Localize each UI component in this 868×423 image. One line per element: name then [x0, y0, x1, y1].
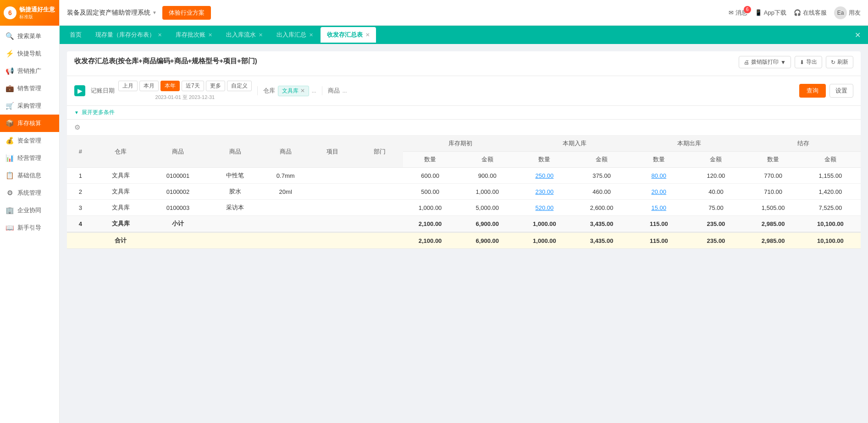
tab-recv-send-summary[interactable]: 收发存汇总表✕ — [321, 27, 376, 43]
print-btn[interactable]: 🖨 拨销版打印 ▼ — [739, 56, 791, 68]
link-val[interactable]: 20.00 — [652, 188, 667, 195]
query-btn[interactable]: 查询 — [799, 84, 826, 98]
date-btn-本年[interactable]: 本年 — [160, 81, 180, 91]
expand-more-row[interactable]: ▼ 展开更多条件 — [67, 106, 861, 120]
cell-code: 0100003 — [148, 200, 208, 216]
cell-project — [309, 216, 356, 232]
cell-in-qty: 1,000.00 — [518, 216, 571, 232]
sidebar-nav: 🔍 搜索菜单 ⚡ 快捷导航 📢 营销推广 💼 销售管理 🛒 采购管理 📦 库存核… — [0, 26, 59, 423]
cell-out-amt: 235.00 — [686, 216, 746, 232]
table-gear-btn[interactable]: ⚙ — [74, 123, 80, 132]
footer-row: 合计 2,100.00 6,900.00 1,000.00 3,435.00 1… — [67, 232, 861, 249]
link-val[interactable]: 80.00 — [652, 172, 667, 179]
expand-arrow: ▼ — [74, 110, 79, 115]
filter-bar: ▶ 记账日期 上月本月本年近7天更多自定义 2023-01-01 至 2023-… — [67, 76, 861, 106]
tab-label-inout-flow: 出入库流水 — [226, 31, 256, 39]
tab-label-recv-send-summary: 收发存汇总表 — [327, 31, 363, 39]
date-btn-近7天[interactable]: 近7天 — [182, 81, 204, 91]
cell-in-qty[interactable]: 250.00 — [518, 168, 571, 184]
sidebar-item-search[interactable]: 🔍 搜索菜单 — [0, 27, 59, 45]
cell-bal-amt: 1,420.00 — [800, 184, 861, 200]
footer-label: 合计 — [94, 232, 148, 249]
tab-label-home: 首页 — [70, 31, 82, 39]
warehouse-tag[interactable]: 文具库 ✕ — [278, 86, 309, 96]
online-service-btn[interactable]: 🎧 在线客服 — [794, 9, 827, 17]
sidebar-item-label-finance: 资金管理 — [17, 137, 41, 145]
enterprise-icon: 🏢 — [6, 206, 14, 214]
footer-start-amt: 6,900.00 — [457, 232, 518, 249]
cell-product — [208, 216, 262, 232]
app-download-btn[interactable]: 📱 App下载 — [755, 9, 786, 17]
system-selector[interactable]: 装备及固定资产辅助管理系统 ▼ — [67, 9, 157, 17]
sidebar-item-label-quick-nav: 快捷导航 — [17, 49, 41, 58]
tab-inventory-dist[interactable]: 现存量（库存分布表）✕ — [89, 27, 168, 43]
tab-close-inventory-dist[interactable]: ✕ — [158, 32, 162, 38]
search-icon: 🔍 — [6, 32, 14, 40]
tab-inout-summary[interactable]: 出入库汇总✕ — [270, 27, 320, 43]
col-header-dept: 部门 — [356, 136, 404, 168]
tab-batch[interactable]: 库存批次账✕ — [169, 27, 219, 43]
export-btn[interactable]: ⬇ 导出 — [795, 56, 822, 68]
sidebar-item-quick-nav[interactable]: ⚡ 快捷导航 — [0, 45, 59, 62]
refresh-btn[interactable]: ↻ 刷新 — [826, 56, 853, 68]
cell-project — [309, 168, 356, 184]
tab-close-inout-flow[interactable]: ✕ — [259, 32, 263, 38]
sidebar-item-purchase[interactable]: 🛒 采购管理 — [0, 97, 59, 115]
cell-spec — [262, 200, 309, 216]
sidebar-item-guide[interactable]: 📖 新手引导 — [0, 219, 59, 236]
cell-out-qty[interactable]: 15.00 — [632, 200, 686, 216]
sidebar-item-sales[interactable]: 💼 销售管理 — [0, 80, 59, 97]
date-btn-更多[interactable]: 更多 — [206, 81, 225, 91]
sidebar-item-label-inventory: 库存核算 — [17, 119, 41, 127]
link-val[interactable]: 520.00 — [536, 204, 554, 211]
sidebar-item-basic-info[interactable]: 📋 基础信息 — [0, 167, 59, 184]
footer-table: 合计 2,100.00 6,900.00 1,000.00 3,435.00 1… — [67, 232, 861, 249]
cell-in-qty[interactable]: 520.00 — [518, 200, 571, 216]
filter-toggle-btn[interactable]: ▶ — [74, 85, 85, 96]
topbar: 装备及固定资产辅助管理系统 ▼ 体验行业方案 ✉ 消息 6 📱 App下载 🎧 … — [60, 0, 868, 26]
cell-out-qty[interactable]: 80.00 — [632, 168, 686, 184]
warehouse-tag-remove[interactable]: ✕ — [300, 88, 305, 94]
trial-btn[interactable]: 体验行业方案 — [162, 6, 211, 20]
date-label: 记账日期 — [91, 87, 115, 95]
tab-inout-flow[interactable]: 出入库流水✕ — [220, 27, 269, 43]
messages-badge: 6 — [744, 6, 751, 13]
cell-start-qty: 500.00 — [403, 184, 457, 200]
sidebar-item-label-search: 搜索菜单 — [17, 32, 41, 40]
phone-icon: 📱 — [755, 9, 762, 16]
link-val[interactable]: 250.00 — [536, 172, 554, 179]
cell-in-qty[interactable]: 230.00 — [518, 184, 571, 200]
table-row: 1文具库0100001中性笔0.7mm600.00900.00250.00375… — [67, 168, 861, 184]
cell-code: 0100002 — [148, 184, 208, 200]
date-btn-自定义[interactable]: 自定义 — [227, 81, 252, 91]
cell-out-qty[interactable]: 20.00 — [632, 184, 686, 200]
col-header-period-out: 本期出库 — [632, 136, 746, 152]
tabbar-close-btn[interactable]: ✕ — [851, 29, 864, 41]
warehouse-more[interactable]: ... — [312, 88, 316, 94]
link-val[interactable]: 15.00 — [652, 204, 667, 211]
product-more[interactable]: ... — [343, 88, 347, 94]
tab-close-batch[interactable]: ✕ — [208, 32, 212, 38]
tab-close-inout-summary[interactable]: ✕ — [309, 32, 313, 38]
sidebar-item-marketing[interactable]: 📢 营销推广 — [0, 62, 59, 80]
user-menu[interactable]: Ea 用友 — [834, 6, 861, 19]
sidebar-item-operations[interactable]: 📊 经营管理 — [0, 149, 59, 167]
sidebar-item-enterprise[interactable]: 🏢 企业协同 — [0, 202, 59, 219]
messages-btn[interactable]: ✉ 消息 6 — [729, 9, 747, 17]
system-name-label: 装备及固定资产辅助管理系统 — [67, 9, 150, 17]
sidebar-item-inventory[interactable]: 📦 库存核算 — [0, 115, 59, 132]
date-btn-本月[interactable]: 本月 — [139, 81, 159, 91]
sidebar-item-system[interactable]: ⚙ 系统管理 — [0, 184, 59, 202]
settings-btn[interactable]: 设置 — [829, 84, 853, 98]
tab-close-recv-send-summary[interactable]: ✕ — [365, 32, 370, 38]
cell-in-amt: 2,600.00 — [571, 200, 632, 216]
tab-home[interactable]: 首页 — [63, 27, 88, 43]
date-btn-上月[interactable]: 上月 — [118, 81, 138, 91]
sidebar-item-finance[interactable]: 💰 资金管理 — [0, 132, 59, 149]
cell-start-amt: 900.00 — [457, 168, 518, 184]
col-header-bal-amt: 金额 — [800, 152, 861, 168]
link-val[interactable]: 230.00 — [536, 188, 554, 195]
footer-empty-product — [208, 232, 262, 249]
date-filter-group: 记账日期 上月本月本年近7天更多自定义 2023-01-01 至 2023-12… — [91, 81, 252, 101]
col-header-code: 商品 — [148, 136, 208, 168]
